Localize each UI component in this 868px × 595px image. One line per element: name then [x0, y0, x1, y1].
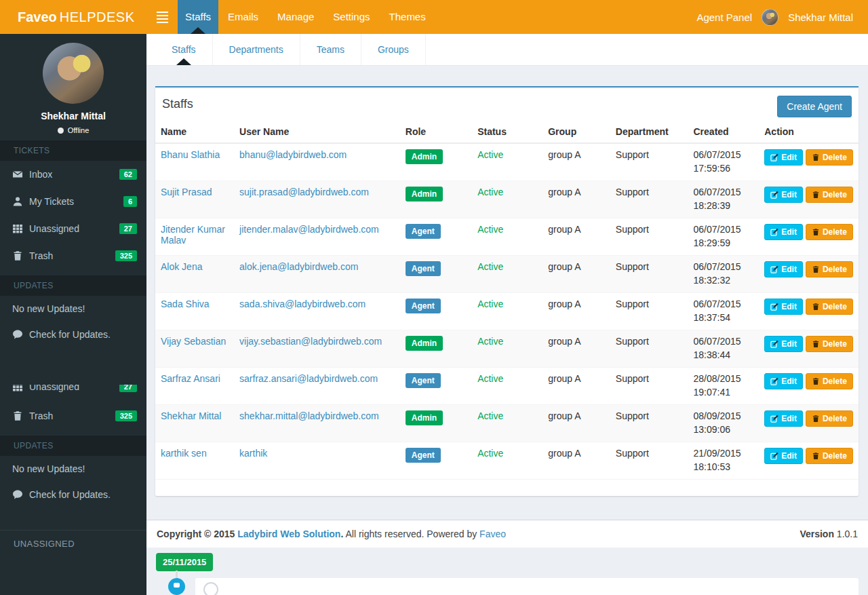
- staff-name-link[interactable]: Sujit Prasad: [161, 187, 212, 197]
- group-text: group A: [548, 299, 580, 309]
- brand-link[interactable]: Faveo: [479, 529, 506, 539]
- created-time: 18:10:53: [694, 461, 754, 472]
- delete-button[interactable]: Delete: [806, 448, 853, 464]
- top-menu-item[interactable]: Settings: [323, 0, 379, 34]
- delete-button[interactable]: Delete: [806, 299, 853, 315]
- secondary-tab[interactable]: Groups: [361, 34, 426, 65]
- chat-icon: [12, 489, 23, 500]
- top-menu-item[interactable]: Emails: [218, 0, 268, 34]
- status-text: Active: [477, 299, 503, 309]
- department-text: Support: [616, 373, 649, 384]
- timeline-item-card: [195, 578, 859, 595]
- top-menu-item[interactable]: Themes: [380, 0, 435, 34]
- staff-username-link[interactable]: shekhar.mittal@ladybirdweb.com: [239, 410, 379, 421]
- col-header-group: Group: [542, 121, 610, 143]
- secondary-tab[interactable]: Teams: [300, 34, 361, 65]
- chat-icon: [12, 329, 23, 340]
- sidebar-item[interactable]: My Tickets 6: [0, 188, 146, 215]
- delete-button[interactable]: Delete: [806, 224, 853, 240]
- status-text: Active: [477, 224, 503, 235]
- sidebar-item[interactable]: Trash 325: [0, 402, 146, 429]
- sidebar-item[interactable]: Inbox 62: [0, 161, 146, 188]
- edit-button[interactable]: Edit: [764, 373, 803, 389]
- edit-button[interactable]: Edit: [764, 448, 803, 464]
- sidebar-item[interactable]: No new Updates!: [0, 456, 146, 482]
- role-badge: Agent: [406, 299, 441, 313]
- staff-name-link[interactable]: Bhanu Slathia: [161, 149, 220, 160]
- edit-button[interactable]: Edit: [764, 187, 803, 203]
- created-date: 06/07/2015: [694, 299, 741, 309]
- sidebar-item[interactable]: Unassigned 27: [0, 215, 146, 242]
- delete-trash-icon: [812, 452, 820, 460]
- department-text: Support: [616, 410, 649, 421]
- edit-button[interactable]: Edit: [764, 336, 803, 352]
- sidebar-item-label: Trash: [29, 410, 53, 421]
- timeline-date-badge: 25/11/2015: [156, 553, 213, 571]
- staff-name-link[interactable]: Vijay Sebastian: [161, 336, 226, 347]
- top-menu-item[interactable]: Staffs: [178, 0, 218, 34]
- staff-username-link[interactable]: bhanu@ladybirdweb.com: [239, 149, 347, 160]
- sidebar-item[interactable]: Check for Updates.: [0, 482, 146, 507]
- timeline-strip: 25/11/2015: [146, 548, 868, 595]
- staff-username-link[interactable]: jitender.malav@ladybirdweb.com: [239, 224, 379, 235]
- delete-button[interactable]: Delete: [806, 410, 853, 427]
- delete-button[interactable]: Delete: [806, 149, 853, 166]
- secondary-tab[interactable]: Staffs: [155, 34, 213, 65]
- edit-button[interactable]: Edit: [764, 149, 803, 166]
- staff-name-link[interactable]: Sarfraz Ansari: [161, 373, 220, 384]
- top-menu-item-label: Manage: [277, 11, 314, 22]
- sidebar-item[interactable]: No new Updates!: [0, 296, 146, 322]
- sidebar-toggle-button[interactable]: [146, 0, 178, 34]
- delete-button[interactable]: Delete: [806, 373, 853, 389]
- delete-trash-icon: [812, 377, 820, 385]
- delete-button[interactable]: Delete: [806, 187, 853, 203]
- edit-button[interactable]: Edit: [764, 261, 803, 277]
- edit-button[interactable]: Edit: [764, 410, 803, 427]
- count-badge: 62: [119, 169, 137, 180]
- group-text: group A: [548, 261, 580, 272]
- staff-username-link[interactable]: sada.shiva@ladybirdweb.com: [239, 299, 366, 309]
- staff-name-link[interactable]: Alok Jena: [161, 261, 202, 272]
- delete-trash-icon: [812, 265, 820, 273]
- staff-username-link[interactable]: karthik: [239, 448, 267, 459]
- edit-pencil-icon: [770, 415, 778, 423]
- staff-name-link[interactable]: Jitender Kumar Malav: [161, 224, 225, 246]
- staff-username-link[interactable]: sarfraz.ansari@ladybirdweb.com: [239, 373, 378, 384]
- edit-button[interactable]: Edit: [764, 224, 803, 240]
- sidebar-item[interactable]: Trash 325: [0, 242, 146, 269]
- delete-button[interactable]: Delete: [806, 261, 853, 277]
- secondary-tab[interactable]: Departments: [213, 34, 300, 65]
- edit-button[interactable]: Edit: [764, 299, 803, 315]
- sidebar-item[interactable]: Unassigned 27: [0, 385, 146, 400]
- sidebar-user-panel: Shekhar Mittal Offline: [0, 34, 146, 134]
- count-badge: 325: [115, 410, 137, 421]
- staff-username-link[interactable]: sujit.prasad@ladybirdweb.com: [239, 187, 369, 197]
- delete-button[interactable]: Delete: [806, 336, 853, 352]
- sidebar-item-label: No new Updates!: [12, 303, 85, 314]
- top-menu-item[interactable]: Manage: [268, 0, 323, 34]
- group-text: group A: [548, 224, 580, 235]
- sidebar-item[interactable]: Check for Updates.: [0, 322, 146, 347]
- role-badge: Agent: [406, 373, 441, 388]
- table-row: karthik sen karthik Agent Active group A…: [155, 442, 859, 479]
- create-agent-button[interactable]: Create Agent: [777, 96, 852, 117]
- staff-name-link[interactable]: karthik sen: [161, 448, 207, 459]
- staff-username-link[interactable]: alok.jena@ladybirdweb.com: [239, 261, 358, 272]
- staff-name-link[interactable]: Sada Shiva: [161, 299, 210, 309]
- status-text: Active: [477, 410, 503, 421]
- col-header-action: Action: [759, 121, 859, 143]
- staff-name-link[interactable]: Shekhar Mittal: [161, 410, 221, 421]
- agent-panel-link[interactable]: Agent Panel: [696, 12, 752, 23]
- user-avatar[interactable]: [762, 9, 778, 26]
- top-navbar: FaveoHELPDESK Staffs Emails Manage Setti…: [0, 0, 868, 34]
- app-logo[interactable]: FaveoHELPDESK: [0, 0, 146, 34]
- staff-username-link[interactable]: vijay.sebastian@ladybirdweb.com: [239, 336, 382, 347]
- role-badge: Agent: [406, 224, 441, 239]
- sidebar-section-unassigned: UNASSIGNED: [0, 530, 146, 557]
- table-row: Sada Shiva sada.shiva@ladybirdweb.com Ag…: [155, 292, 859, 330]
- company-link[interactable]: Ladybird Web Solution: [237, 529, 340, 539]
- col-header-username: User Name: [234, 121, 400, 143]
- timeline-event-icon: [168, 578, 185, 595]
- created-time: 18:32:32: [694, 275, 754, 286]
- user-menu[interactable]: Shekhar Mittal: [788, 12, 853, 23]
